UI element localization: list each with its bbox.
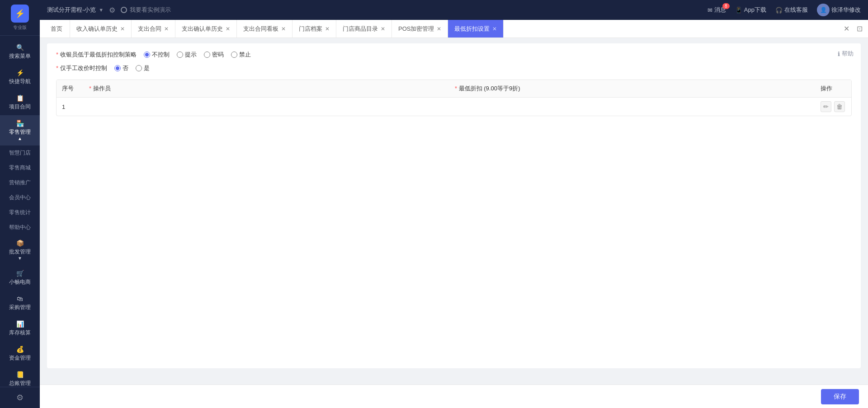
radio-prompt-label: 提示 (185, 51, 197, 59)
app-download-button[interactable]: 📱 App下载 (735, 6, 766, 14)
radio-prompt-input[interactable] (177, 52, 183, 58)
table-body: 1 ✏ 🗑 (57, 98, 851, 116)
sidebar-item-membership[interactable]: 会员中心 (0, 190, 40, 205)
sidebar-item-quicknav[interactable]: ⚡ 快捷导航 (0, 65, 40, 90)
icon-retail: 🏪 (16, 120, 24, 127)
topbar-project[interactable]: 测试分开需程-小览 ▼ (47, 6, 104, 14)
tabbar-right: ✕ ⊡ (838, 23, 864, 35)
label-wholesale: 批发管理 (9, 248, 31, 256)
label-retailstats: 零售统计 (9, 209, 31, 216)
sidebar-item-help[interactable]: 帮助中心 (0, 220, 40, 235)
tab-payment-board[interactable]: 支出合同看板✕ (237, 20, 292, 38)
sidebar-item-retail[interactable]: 🏪 零售管理 ▲ (0, 115, 40, 145)
radio-yes-label: 是 (144, 64, 150, 72)
tab-close-payment-board[interactable]: ✕ (281, 26, 286, 32)
edit-button[interactable]: ✏ (821, 101, 831, 112)
sidebar-item-purchase[interactable]: 🛍 采购管理 (0, 291, 40, 316)
radio-prompt[interactable]: 提示 (177, 51, 197, 59)
sidebar-item-retailstats[interactable]: 零售统计 (0, 205, 40, 220)
tab-label-income-confirm: 收入确认单历史 (76, 25, 118, 33)
main-content: 测试分开需程-小览 ▼ ⚙ 我要看实例演示 ✉ 消息 8 📱 App下载 🎧 在… (40, 0, 868, 408)
tab-label-store-files: 门店档案 (299, 25, 322, 33)
tab-close-store-files[interactable]: ✕ (325, 26, 330, 32)
topbar-settings-icon[interactable]: ⚙ (109, 6, 115, 14)
radio-no-control-input[interactable] (144, 52, 150, 58)
tab-close-payment-contract[interactable]: ✕ (164, 26, 169, 32)
label-project: 项目合同 (9, 103, 31, 111)
label-inventory: 库存核算 (9, 329, 31, 337)
label-marketing: 营销推广 (9, 179, 31, 187)
page-content: ℹ 帮助 收银员低于最低折扣控制策略 不控制 提示 (40, 38, 868, 385)
radio-yes[interactable]: 是 (136, 64, 150, 72)
settings-icon[interactable]: ⚙ (16, 393, 24, 403)
sidebar-item-inventory[interactable]: 📊 库存核算 (0, 316, 40, 341)
arrow-retail: ▲ (18, 136, 22, 141)
radio-no-control[interactable]: 不控制 (144, 51, 170, 59)
label-quicknav: 快捷导航 (9, 78, 31, 85)
tab-close-store-products[interactable]: ✕ (381, 26, 385, 32)
sidebar-item-wholesale[interactable]: 📦 批发管理 ▼ (0, 235, 40, 265)
sidebar-item-funds[interactable]: 💰 资金管理 (0, 341, 40, 366)
radio-forbid-input[interactable] (231, 52, 237, 58)
sidebar-item-ledger[interactable]: 📒 总账管理 (0, 366, 40, 387)
support-button[interactable]: 🎧 在线客服 (775, 6, 808, 14)
message-button[interactable]: ✉ 消息 8 (708, 6, 726, 14)
tab-label-home: 首页 (51, 25, 62, 33)
tab-home[interactable]: 首页 (43, 20, 70, 38)
sidebar-item-ecommerce[interactable]: 🛒 小畅电商 (0, 265, 40, 291)
topbar-demo[interactable]: 我要看实例演示 (121, 6, 171, 14)
help-button[interactable]: ℹ 帮助 (838, 50, 854, 58)
label-help: 帮助中心 (9, 224, 31, 231)
cashier-policy-radio-group: 不控制 提示 密码 禁止 (144, 51, 251, 59)
page-card: ℹ 帮助 收银员低于最低折扣控制策略 不控制 提示 (47, 43, 861, 368)
tab-close-payment-confirm[interactable]: ✕ (226, 26, 230, 32)
tab-min-discount[interactable]: 最低折扣设置✕ (448, 20, 504, 38)
icon-search: 🔍 (16, 44, 24, 51)
sidebar-item-project[interactable]: 📋 项目合同 (0, 90, 40, 115)
tab-payment-contract[interactable]: 支出合同✕ (132, 20, 175, 38)
cashier-policy-row: 收银员低于最低折扣控制策略 不控制 提示 密码 (56, 51, 852, 59)
icon-wholesale: 📦 (16, 239, 24, 247)
label-ledger: 总账管理 (9, 380, 31, 387)
tab-close-min-discount[interactable]: ✕ (492, 26, 497, 32)
tab-label-store-products: 门店商品目录 (343, 25, 378, 33)
tab-store-files[interactable]: 门店档案✕ (292, 20, 336, 38)
radio-no-control-label: 不控制 (152, 51, 170, 59)
user-info[interactable]: 👤 徐泽华修改 (817, 4, 861, 16)
delete-button[interactable]: 🗑 (834, 101, 845, 112)
radio-no-input[interactable] (114, 65, 121, 71)
save-button[interactable]: 保存 (821, 389, 859, 404)
support-icon: 🎧 (775, 7, 783, 14)
topbar: 测试分开需程-小览 ▼ ⚙ 我要看实例演示 ✉ 消息 8 📱 App下载 🎧 在… (40, 0, 868, 20)
sidebar-item-onlineshop[interactable]: 零售商城 (0, 160, 40, 175)
help-icon: ℹ (838, 51, 840, 57)
demo-text: 我要看实例演示 (130, 6, 171, 14)
tab-close-icon[interactable]: ✕ (842, 23, 851, 35)
tab-expand-icon[interactable]: ⊡ (855, 23, 864, 35)
label-retail: 零售管理 (9, 128, 31, 136)
radio-password-input[interactable] (204, 52, 210, 58)
radio-forbid-label: 禁止 (239, 51, 251, 59)
tab-close-income-confirm[interactable]: ✕ (120, 26, 125, 32)
tab-store-products[interactable]: 门店商品目录✕ (336, 20, 392, 38)
tab-income-confirm[interactable]: 收入确认单历史✕ (70, 20, 132, 38)
cashier-policy-label: 收银员低于最低折扣控制策略 (56, 51, 137, 59)
tab-pos-password[interactable]: POS加密管理✕ (392, 20, 448, 38)
cell-min-discount (449, 103, 815, 110)
sidebar-item-smartstore[interactable]: 智慧门店 (0, 145, 40, 160)
tab-payment-confirm[interactable]: 支出确认单历史✕ (175, 20, 237, 38)
label-smartstore: 智慧门店 (9, 149, 31, 157)
radio-no-label: 否 (123, 64, 128, 72)
sidebar-footer[interactable]: ⚙ (0, 387, 40, 408)
icon-project: 📋 (16, 94, 24, 102)
sidebar-item-marketing[interactable]: 营销推广 (0, 175, 40, 190)
radio-password[interactable]: 密码 (204, 51, 224, 59)
radio-yes-input[interactable] (136, 65, 142, 71)
icon-quicknav: ⚡ (16, 69, 24, 76)
tab-close-pos-password[interactable]: ✕ (437, 26, 441, 32)
user-name: 徐泽华修改 (831, 6, 861, 14)
radio-no[interactable]: 否 (114, 64, 128, 72)
radio-forbid[interactable]: 禁止 (231, 51, 251, 59)
sidebar-item-search[interactable]: 🔍 搜索菜单 (0, 39, 40, 65)
cell-operator (84, 103, 449, 110)
